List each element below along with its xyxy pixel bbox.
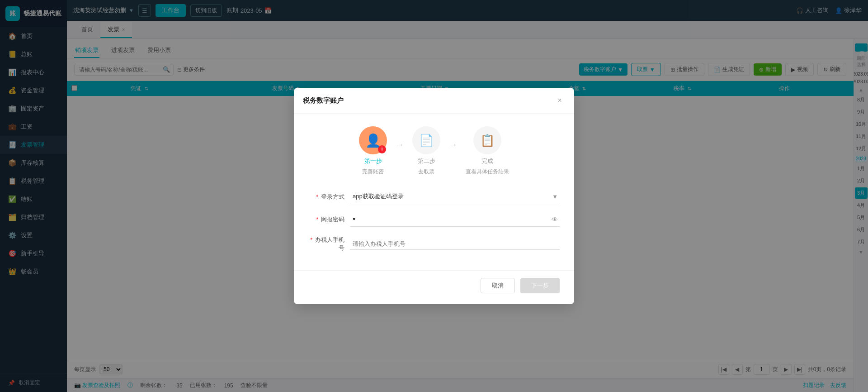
modal-footer: 取消 下一步 [294,270,574,304]
step-3-label: 完成 [481,157,493,165]
step-arrow-2: → [440,139,466,150]
required-star-3: * [310,236,312,243]
phone-input[interactable] [350,238,560,250]
step-1-label: 第一步 [364,157,382,165]
required-star-1: * [316,193,318,200]
password-label: * 网报密码 [308,215,344,224]
step-1-sublabel: 完善账密 [362,168,384,176]
step-2-icon-wrap: 📄 [412,126,440,154]
login-method-arrow-icon[interactable]: ▼ [552,193,560,200]
modal-overlay: 税务数字账户 × 👤 ! 第一步 完善账密 → [0,0,868,392]
form-row-login-method: * 登录方式 app获取验证码登录 ▼ [308,190,560,203]
step-1-icon-wrap: 👤 ! [359,126,387,154]
modal-header: 税务数字账户 × [294,88,574,114]
step-2: 📄 第二步 去取票 [412,126,440,176]
step-2-icon: 📄 [419,134,434,148]
phone-label: * 办税人手机号 [308,236,344,252]
login-method-select[interactable]: app获取验证码登录 ▼ [350,190,560,203]
steps-indicator: 👤 ! 第一步 完善账密 → 📄 第二步 去取票 → [308,126,560,176]
cancel-button[interactable]: 取消 [481,278,515,293]
form-row-password: * 网报密码 👁 [308,212,560,227]
step-1: 👤 ! 第一步 完善账密 [359,126,387,176]
modal-body: 👤 ! 第一步 完善账密 → 📄 第二步 去取票 → [294,114,574,270]
required-star-2: * [316,216,318,223]
step-2-sublabel: 去取票 [418,168,434,176]
tax-account-modal: 税务数字账户 × 👤 ! 第一步 完善账密 → [294,88,574,304]
login-method-label: * 登录方式 [308,193,344,201]
modal-close-button[interactable]: × [554,95,565,106]
step-1-icon: 👤 [365,133,381,148]
password-input[interactable] [350,212,552,226]
step-1-badge: ! [378,145,386,153]
next-button[interactable]: 下一步 [520,278,560,293]
step-3-icon-wrap: 📋 [473,126,501,154]
form-row-phone: * 办税人手机号 [308,236,560,252]
modal-title: 税务数字账户 [303,96,344,105]
step-3: 📋 完成 查看具体任务结果 [466,126,509,176]
step-3-sublabel: 查看具体任务结果 [466,168,509,176]
step-arrow-1: → [387,139,412,150]
step-2-label: 第二步 [418,157,435,165]
password-field-wrap: 👁 [350,212,560,227]
login-method-value: app获取验证码登录 [350,190,552,203]
step-3-icon: 📋 [480,134,495,148]
eye-icon[interactable]: 👁 [552,216,560,223]
